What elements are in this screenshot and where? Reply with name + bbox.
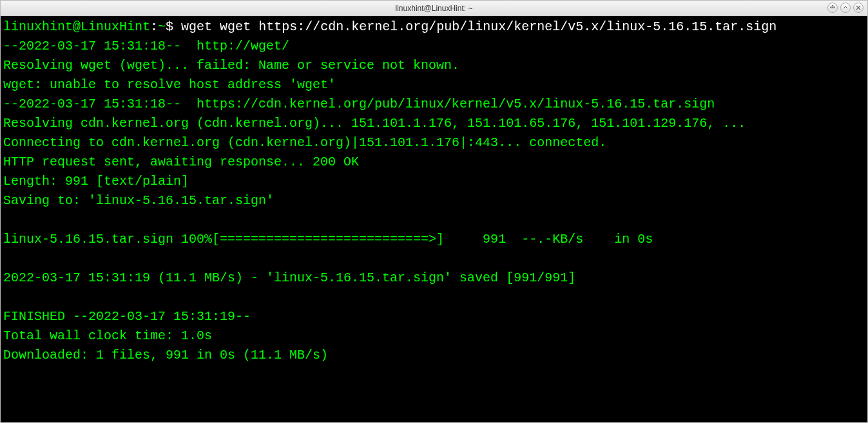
output-line: Total wall clock time: 1.0s [3,328,212,343]
output-line: Length: 991 [text/plain] [3,174,189,189]
prompt-separator: : [150,19,158,34]
minimize-button[interactable] [827,3,838,13]
terminal-content[interactable]: linuxhint@LinuxHint:~$ wget wget https:/… [1,16,867,422]
output-line: --2022-03-17 15:31:18-- https://cdn.kern… [3,97,715,111]
command-text [173,19,181,34]
output-line: linux-5.16.15.tar.sign 100%[============… [3,232,653,247]
output-line: FINISHED --2022-03-17 15:31:19-- [3,309,251,324]
prompt-path: ~ [158,19,166,34]
prompt-user-host: linuxhint@LinuxHint [3,19,150,34]
close-button[interactable] [853,3,863,13]
output-line: HTTP request sent, awaiting response... … [3,155,359,169]
window-controls [827,3,863,13]
prompt-dollar: $ [166,19,173,34]
terminal-window: linuxhint@LinuxHint: ~ linuxhint@LinuxHi… [0,0,868,423]
output-line: Saving to: 'linux-5.16.15.tar.sign' [3,193,274,208]
command-input: wget wget https://cdn.kernel.org/pub/lin… [181,19,776,34]
svg-point-0 [832,6,833,8]
output-line: --2022-03-17 15:31:18-- http://wget/ [3,39,289,53]
maximize-button[interactable] [840,3,851,13]
output-line: Connecting to cdn.kernel.org (cdn.kernel… [3,135,606,150]
window-titlebar[interactable]: linuxhint@LinuxHint: ~ [1,1,867,16]
output-line: Resolving wget (wget)... failed: Name or… [3,58,459,73]
window-title: linuxhint@LinuxHint: ~ [396,4,473,13]
output-line: 2022-03-17 15:31:19 (11.1 MB/s) - 'linux… [3,270,575,285]
output-line: Downloaded: 1 files, 991 in 0s (11.1 MB/… [3,348,328,362]
output-line: wget: unable to resolve host address 'wg… [3,77,336,92]
output-line: Resolving cdn.kernel.org (cdn.kernel.org… [3,116,746,131]
